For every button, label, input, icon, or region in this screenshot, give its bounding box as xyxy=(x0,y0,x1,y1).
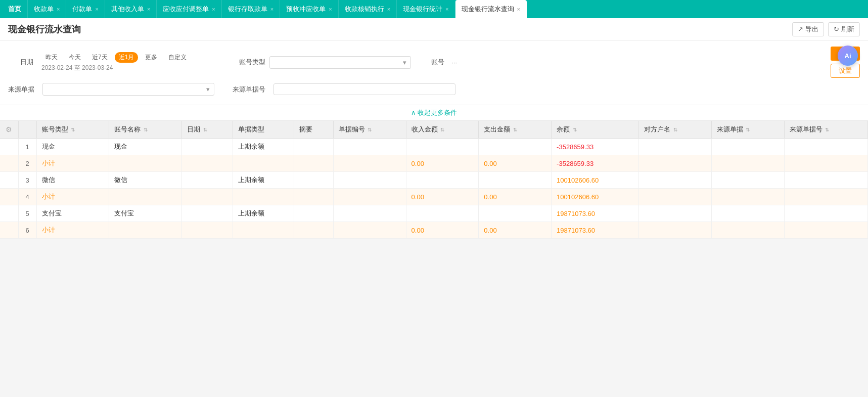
row-source-doc-no xyxy=(784,189,867,205)
date-option-today[interactable]: 今天 xyxy=(65,52,85,63)
row-source-doc-no xyxy=(784,172,867,189)
sort-icon: ⇅ xyxy=(573,127,577,133)
row-account-name: 微信 xyxy=(109,172,182,189)
col-balance[interactable]: 余额 ⇅ xyxy=(552,121,639,139)
nav-tab-shoukuandan[interactable]: 收款单 × xyxy=(28,0,66,18)
nav-tab-yushou[interactable]: 预收冲应收单 × xyxy=(280,0,338,18)
account-type-label: 账号类型 xyxy=(239,58,265,67)
row-account-type: 现金 xyxy=(36,139,109,155)
close-icon[interactable]: × xyxy=(445,6,448,12)
row-summary xyxy=(294,205,333,222)
row-expense xyxy=(479,139,552,155)
date-option-custom[interactable]: 自定义 xyxy=(164,52,191,63)
row-doc-type xyxy=(233,155,294,172)
nav-tab-fukuandan[interactable]: 付款单 × xyxy=(66,0,105,18)
row-settings-cell xyxy=(0,139,18,155)
row-balance: 19871073.60 xyxy=(552,222,639,239)
col-account-type[interactable]: 账号类型 ⇅ xyxy=(36,121,109,139)
col-doc-no[interactable]: 单据编号 ⇅ xyxy=(333,121,406,139)
header-actions: ↗ 导出 ↻ 刷新 xyxy=(792,22,860,36)
col-source-doc-no[interactable]: 来源单据号 ⇅ xyxy=(784,121,867,139)
close-icon[interactable]: × xyxy=(517,6,520,12)
row-income xyxy=(406,205,479,222)
nav-tab-shoukuanhexiao[interactable]: 收款核销执行 × xyxy=(339,0,397,18)
sort-icon: ⇅ xyxy=(673,127,677,133)
source-doc-label: 来源单据 xyxy=(8,85,34,94)
nav-tab-liushui[interactable]: 现金银行流水查询 × xyxy=(455,0,527,18)
table-row: 5 支付宝 支付宝 上期余额 19871073.60 xyxy=(0,205,868,222)
row-source-doc-no xyxy=(784,205,867,222)
row-doc-no xyxy=(333,222,406,239)
close-icon[interactable]: × xyxy=(387,6,390,12)
row-source-doc xyxy=(711,205,784,222)
account-type-select[interactable]: ▾ xyxy=(269,56,411,69)
row-doc-no xyxy=(333,172,406,189)
data-table: ⚙ 账号类型 ⇅ 账号名称 ⇅ 日期 ⇅ 单据类型 xyxy=(0,121,868,239)
row-source-doc-no xyxy=(784,155,867,172)
date-option-yesterday[interactable]: 昨天 xyxy=(41,52,62,63)
row-expense: 0.00 xyxy=(479,155,552,172)
row-date xyxy=(182,222,233,239)
nav-tab-qitatab[interactable]: 其他收入单 × xyxy=(105,0,157,18)
close-icon[interactable]: × xyxy=(95,6,98,12)
date-option-1month[interactable]: 近1月 xyxy=(115,52,139,63)
nav-tab-xianjintongji[interactable]: 现金银行统计 × xyxy=(397,0,455,18)
col-account-name[interactable]: 账号名称 ⇅ xyxy=(109,121,182,139)
table-container: ⚙ 账号类型 ⇅ 账号名称 ⇅ 日期 ⇅ 单据类型 xyxy=(0,121,868,239)
account-more-icon[interactable]: ··· xyxy=(448,58,460,67)
table-row: 1 现金 现金 上期余额 -3528659.33 xyxy=(0,139,868,155)
col-income[interactable]: 收入金额 ⇅ xyxy=(406,121,479,139)
row-settings-cell xyxy=(0,172,18,189)
close-icon[interactable]: × xyxy=(147,6,150,12)
gear-icon[interactable]: ⚙ xyxy=(6,125,12,134)
nav-tab-yinhang[interactable]: 银行存取款单 × xyxy=(222,0,280,18)
sort-icon: ⇅ xyxy=(144,127,148,133)
ai-avatar[interactable]: Ai xyxy=(838,46,858,66)
row-income xyxy=(406,139,479,155)
date-option-more[interactable]: 更多 xyxy=(141,52,161,63)
row-income: 0.00 xyxy=(406,155,479,172)
row-doc-no xyxy=(333,205,406,222)
source-doc-num-label: 来源单据号 xyxy=(233,85,265,94)
row-index: 6 xyxy=(18,222,36,239)
row-index: 4 xyxy=(18,189,36,205)
date-option-7days[interactable]: 近7天 xyxy=(88,52,112,63)
col-summary: 摘要 xyxy=(294,121,333,139)
row-settings-cell xyxy=(0,205,18,222)
nav-tab-yingshou[interactable]: 应收应付调整单 × xyxy=(157,0,221,18)
nav-home[interactable]: 首页 xyxy=(2,0,28,18)
row-account-name xyxy=(109,222,182,239)
col-source-doc[interactable]: 来源单据 ⇅ xyxy=(711,121,784,139)
refresh-button[interactable]: ↻ 刷新 xyxy=(828,22,860,36)
collapse-bar[interactable]: ∧ 收起更多条件 xyxy=(0,105,868,121)
row-source-doc-no xyxy=(784,222,867,239)
col-settings: ⚙ xyxy=(0,121,18,139)
source-doc-select[interactable]: ▾ xyxy=(42,83,214,96)
sort-icon: ⇅ xyxy=(746,127,750,133)
col-date[interactable]: 日期 ⇅ xyxy=(182,121,233,139)
row-account-name xyxy=(109,189,182,205)
row-summary xyxy=(294,139,333,155)
table-row: 6 小计 0.00 0.00 19871073.60 xyxy=(0,222,868,239)
col-doc-type: 单据类型 xyxy=(233,121,294,139)
row-counterpart xyxy=(638,189,711,205)
close-icon[interactable]: × xyxy=(57,6,60,12)
row-summary xyxy=(294,155,333,172)
export-button[interactable]: ↗ 导出 xyxy=(792,22,824,36)
row-settings-cell xyxy=(0,189,18,205)
row-source-doc xyxy=(711,155,784,172)
col-counterpart[interactable]: 对方户名 ⇅ xyxy=(638,121,711,139)
row-doc-type xyxy=(233,222,294,239)
export-icon: ↗ xyxy=(798,25,803,33)
col-expense[interactable]: 支出金额 ⇅ xyxy=(479,121,552,139)
date-options-group: 昨天 今天 近7天 近1月 更多 自定义 2023-02-24 至 2023-0… xyxy=(41,52,191,72)
close-icon[interactable]: × xyxy=(212,6,215,12)
close-icon[interactable]: × xyxy=(270,6,273,12)
row-account-type: 支付宝 xyxy=(36,205,109,222)
row-settings-cell xyxy=(0,155,18,172)
settings-button[interactable]: 设置 xyxy=(831,64,860,78)
row-index: 3 xyxy=(18,172,36,189)
close-icon[interactable]: × xyxy=(329,6,332,12)
source-doc-num-input[interactable] xyxy=(273,83,455,95)
row-source-doc xyxy=(711,172,784,189)
